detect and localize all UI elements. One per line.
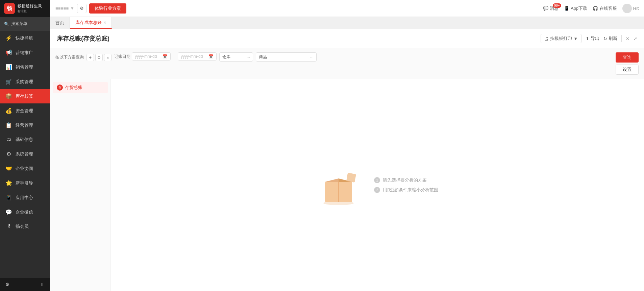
- headset-icon: 🎧: [593, 6, 598, 11]
- sidebar-item-enterprise[interactable]: 🤝 企业协同: [0, 161, 50, 176]
- avatar: [622, 4, 632, 13]
- date-end-input[interactable]: yyyy-mm-dd 📅: [178, 52, 217, 60]
- settings-bottom-icon[interactable]: ⚙: [5, 282, 9, 287]
- sidebar-item-basic[interactable]: 🗂 基础信息: [0, 132, 50, 147]
- tab-bar: 首页 库存成本总账 ×: [50, 17, 644, 29]
- marketing-icon: 📢: [5, 49, 12, 56]
- refresh-icon: ↻: [603, 36, 607, 41]
- inventory-icon: 📦: [5, 93, 12, 99]
- expand-panel-btn[interactable]: ⤢: [634, 36, 637, 41]
- online-service-btn[interactable]: 🎧 在线客服: [593, 5, 617, 11]
- sidebar-item-app-center[interactable]: 📱 应用中心: [0, 190, 50, 205]
- edit-filter-btn[interactable]: ⊙: [95, 54, 103, 61]
- topbar-right: 💬 消息 99+ 📱 App下载 🎧 在线客服 Rit: [543, 4, 639, 13]
- filter-add-btns: + ⊙ «: [86, 52, 112, 61]
- date-label: 记账日期: [114, 54, 130, 59]
- sidebar-item-sales[interactable]: 📊 销售管理: [0, 60, 50, 74]
- filter-container: 按以下方案查询 + ⊙ « 记账日期 yyyy-mm-dd 📅 — yyyy-m…: [50, 48, 644, 79]
- sidebar-nav: ⚡ 快捷导航 📢 营销推广 📊 销售管理 🛒 采购管理 📦 库存核算 💰 资金管…: [0, 31, 50, 278]
- calendar-end-icon: 📅: [208, 54, 214, 59]
- scheme-sidebar: 存 存货总账: [50, 79, 111, 291]
- svg-rect-5: [346, 173, 356, 183]
- step1-num: 1: [374, 177, 380, 183]
- purchase-icon: 🛒: [5, 78, 12, 85]
- close-panel-btn[interactable]: ✕: [626, 36, 629, 41]
- collapse-bottom-icon[interactable]: ⏸: [40, 282, 45, 287]
- user-avatar-btn[interactable]: Rit: [622, 4, 639, 13]
- message-btn[interactable]: 💬 消息 99+: [543, 5, 559, 11]
- sidebar-item-quick-nav[interactable]: ⚡ 快捷导航: [0, 31, 50, 45]
- export-btn[interactable]: ⬆ 导出: [586, 35, 599, 42]
- settings-btn[interactable]: 设置: [616, 65, 639, 75]
- step1: 1 请先选择要分析的方案: [374, 175, 438, 185]
- sidebar-item-inventory[interactable]: 📦 库存核算: [0, 89, 50, 103]
- refresh-btn[interactable]: ↻ 刷新: [603, 35, 617, 42]
- search-menu-btn[interactable]: 🔍 搜索菜单: [4, 20, 46, 28]
- industry-btn[interactable]: 体验行业方案: [89, 3, 126, 14]
- filter-area: 按以下方案查询 + ⊙ « 记账日期 yyyy-mm-dd 📅 — yyyy-m…: [50, 48, 610, 79]
- search-icon: 🔍: [4, 22, 9, 26]
- gear-icon: ⚙: [80, 6, 84, 11]
- member-icon: 🎖: [5, 223, 12, 229]
- warehouse-filter[interactable]: 仓库 ···: [219, 52, 253, 62]
- step2-num: 2: [374, 187, 380, 193]
- enterprise-icon: 🤝: [5, 165, 12, 172]
- logo-icon: 畅: [4, 3, 15, 14]
- svg-marker-2: [325, 178, 339, 182]
- print-icon: 🖨: [544, 36, 549, 41]
- sidebar-item-system[interactable]: ⚙ 系统管理: [0, 147, 50, 161]
- step2: 2 用[过滤]条件来缩小分析范围: [374, 185, 438, 195]
- finance-icon: 💰: [5, 107, 12, 114]
- quick-nav-icon: ⚡: [5, 35, 12, 41]
- content-area: 存 存货总账: [50, 79, 644, 291]
- sidebar: 畅 畅捷通好生意 标准版 🔍 搜索菜单 ⚡ 快捷导航 📢 营销推广 📊 销售管理…: [0, 0, 50, 291]
- topbar: ■■■■■ ▼ ⚙ 体验行业方案 💬 消息 99+ 📱 App下载 🎧 在线客服: [50, 0, 644, 17]
- print-dropdown-icon: ▼: [573, 36, 578, 41]
- sidebar-bottom: ⚙ ⏸: [0, 278, 50, 291]
- page-title: 库存总账(存货总账): [57, 34, 109, 43]
- empty-state: 1 请先选择要分析的方案 2 用[过滤]条件来缩小分析范围: [111, 79, 644, 291]
- calendar-start-icon: 📅: [163, 54, 168, 59]
- topbar-left: ■■■■■ ▼ ⚙ 体验行业方案: [55, 3, 539, 14]
- sidebar-item-member[interactable]: 🎖 畅会员: [0, 219, 50, 234]
- app-download-btn[interactable]: 📱 App下载: [564, 5, 587, 11]
- tab-home[interactable]: 首页: [50, 17, 70, 29]
- scheme-item-icon: 存: [57, 84, 63, 91]
- sales-icon: 📊: [5, 64, 12, 70]
- empty-illustration: [317, 163, 361, 207]
- logo-text: 畅捷通好生意 标准版: [18, 3, 42, 14]
- empty-steps: 1 请先选择要分析的方案 2 用[过滤]条件来缩小分析范围: [374, 175, 438, 195]
- query-btn[interactable]: 查询: [616, 52, 639, 63]
- scheme-item-inventory[interactable]: 存 存货总账: [53, 82, 108, 93]
- sidebar-item-purchase[interactable]: 🛒 采购管理: [0, 74, 50, 89]
- tab-close-btn[interactable]: ×: [104, 20, 106, 25]
- goods-filter[interactable]: 商品 ···: [256, 52, 317, 62]
- export-icon: ⬆: [586, 36, 589, 41]
- sidebar-item-wechat[interactable]: 💬 企业微信: [0, 205, 50, 219]
- message-icon: 💬: [543, 6, 548, 11]
- date-start-input[interactable]: yyyy-mm-dd 📅: [132, 52, 171, 60]
- sidebar-item-finance[interactable]: 💰 资金管理: [0, 103, 50, 118]
- breadcrumb: ■■■■■ ▼: [55, 6, 74, 11]
- collapse-filter-btn[interactable]: «: [104, 54, 112, 61]
- newbie-icon: 🌟: [5, 180, 12, 186]
- sidebar-search[interactable]: 🔍 搜索菜单: [0, 17, 50, 31]
- tab-inventory-ledger[interactable]: 库存成本总账 ×: [70, 17, 112, 29]
- filter-label: 按以下方案查询: [55, 52, 84, 60]
- scheme-item-label: 存货总账: [65, 84, 82, 91]
- empty-svg: [317, 163, 361, 207]
- print-btn[interactable]: 🖨 按模板打印 ▼: [541, 34, 581, 43]
- app-logo: 畅 畅捷通好生意 标准版: [0, 0, 50, 17]
- add-filter-btn[interactable]: +: [86, 54, 94, 61]
- sidebar-item-newbie[interactable]: 🌟 新手引导: [0, 176, 50, 190]
- page-content: 库存总账(存货总账) 🖨 按模板打印 ▼ ⬆ 导出 ↻ 刷新 ✕ ⤢: [50, 29, 644, 291]
- page-header: 库存总账(存货总账) 🖨 按模板打印 ▼ ⬆ 导出 ↻ 刷新 ✕ ⤢: [50, 29, 644, 48]
- sidebar-item-marketing[interactable]: 📢 营销推广: [0, 45, 50, 60]
- sidebar-item-operations[interactable]: 📋 经营管理: [0, 118, 50, 132]
- date-separator: —: [172, 54, 176, 59]
- divider: [621, 35, 622, 42]
- system-icon: ⚙: [5, 151, 12, 157]
- gear-btn[interactable]: ⚙: [77, 4, 86, 13]
- app-center-icon: 📱: [5, 194, 12, 201]
- operations-icon: 📋: [5, 122, 12, 128]
